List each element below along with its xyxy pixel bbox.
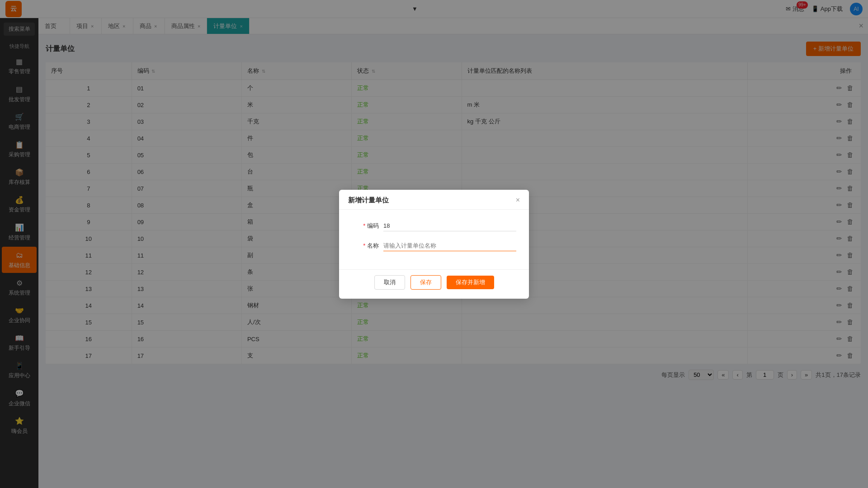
form-row-name: 名称 xyxy=(352,240,516,251)
modal-header: 新增计量单位 × xyxy=(339,190,529,210)
code-input[interactable] xyxy=(383,221,516,231)
add-unit-modal: 新增计量单位 × 编码 名称 取消 保存 保存并新增 xyxy=(339,190,529,299)
modal-body: 编码 名称 xyxy=(339,210,529,269)
form-row-code: 编码 xyxy=(352,221,516,231)
save-new-btn[interactable]: 保存并新增 xyxy=(447,276,494,289)
code-label: 编码 xyxy=(352,222,379,230)
name-input[interactable] xyxy=(383,240,516,251)
modal-close-btn[interactable]: × xyxy=(516,197,520,204)
name-label: 名称 xyxy=(352,242,379,250)
cancel-btn[interactable]: 取消 xyxy=(374,275,405,290)
modal-title: 新增计量单位 xyxy=(348,196,389,205)
save-btn[interactable]: 保存 xyxy=(410,275,441,290)
modal-overlay: 新增计量单位 × 编码 名称 取消 保存 保存并新增 xyxy=(0,0,868,488)
modal-footer: 取消 保存 保存并新增 xyxy=(339,269,529,299)
